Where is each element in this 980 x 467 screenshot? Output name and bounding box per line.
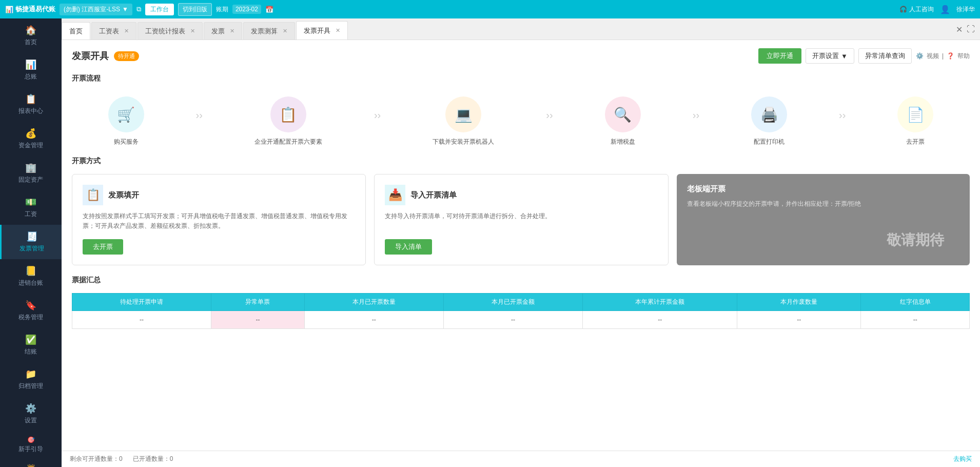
sidebar-item-invoice[interactable]: 🧾 发票管理 <box>0 225 62 259</box>
close-tab-button[interactable]: ✕ <box>956 24 963 34</box>
sidebar-item-guide[interactable]: 🎯 新手引导 <box>0 431 62 459</box>
flow-step-label-2: 企业开通配置开票六要素 <box>254 138 322 146</box>
tab-invoice-issue-close[interactable]: ✕ <box>336 27 340 34</box>
calendar-icon[interactable]: 📅 <box>265 6 273 13</box>
tab-invoice-calc[interactable]: 发票测算 ✕ <box>243 22 295 40</box>
member-icon: 👑 <box>27 464 35 467</box>
sidebar-item-salary[interactable]: 💵 工资 <box>0 190 62 225</box>
flow-step-6: 📄 去开票 <box>897 96 933 146</box>
sidebar-item-sales[interactable]: 📒 进销台账 <box>0 259 62 294</box>
switch-version-button[interactable]: 切到旧版 <box>178 3 212 16</box>
sidebar-label-funds: 资金管理 <box>18 141 43 150</box>
tab-salary[interactable]: 工资表 ✕ <box>91 22 136 40</box>
app-name: 畅捷通易代账 <box>15 5 55 14</box>
method-desc-import: 支持导入待开票清单，可对待开票清单进行拆分、合并处理。 <box>385 211 657 231</box>
consult-button[interactable]: 🎧 人工咨询 <box>899 5 934 14</box>
sidebar-label-settlement: 结账 <box>25 347 37 356</box>
app-logo: 📊 畅捷通易代账 <box>5 5 55 14</box>
tab-home[interactable]: 首页 <box>62 22 90 40</box>
immediate-open-button[interactable]: 立即开通 <box>758 48 801 64</box>
restore-tab-button[interactable]: ⛶ <box>967 24 975 34</box>
sidebar-item-funds[interactable]: 💰 资金管理 <box>0 122 62 156</box>
flow-step-3: 💻 下载并安装开票机器人 <box>433 96 494 146</box>
method-btn-manual[interactable]: 去开票 <box>83 239 123 255</box>
sidebar-label-tax: 税务管理 <box>18 313 43 322</box>
reports-icon: 📋 <box>25 93 36 105</box>
sidebar-item-settlement[interactable]: ✅ 结账 <box>0 328 62 362</box>
tab-salary-report-label: 工资统计报表 <box>145 27 185 36</box>
col-year-amount: 本年累计开票金额 <box>583 294 737 311</box>
method-card-boss: 老板端开票 查看老板端小程序提交的开票申请，并作出相应处理：开票/拒绝 敬请期待 <box>677 174 970 265</box>
sidebar-item-assets[interactable]: 🏢 固定资产 <box>0 156 62 190</box>
copy-icon[interactable]: ⧉ <box>136 5 141 13</box>
method-icon-manual: 📋 <box>83 185 103 205</box>
flow-step-2: 📋 企业开通配置开票六要素 <box>254 96 322 146</box>
sidebar-item-archive[interactable]: 📁 归档管理 <box>0 362 62 397</box>
content-area: 首页 工资表 ✕ 工资统计报表 ✕ 发票 ✕ 发票测算 ✕ <box>62 18 980 467</box>
settlement-icon: ✅ <box>25 334 36 345</box>
tab-invoice-issue-label: 发票开具 <box>304 26 330 35</box>
tab-invoice-close[interactable]: ✕ <box>230 28 234 34</box>
tab-invoice-label: 发票 <box>211 27 225 36</box>
cell-year-amount: -- <box>583 311 737 329</box>
flow-step-label-3: 下载并安装开票机器人 <box>433 138 494 146</box>
logo-icon: 📊 <box>5 6 13 13</box>
tab-invoice-calc-close[interactable]: ✕ <box>283 28 287 34</box>
sidebar-label-home: 首页 <box>25 38 37 47</box>
sidebar-item-reports[interactable]: 📋 报表中心 <box>0 87 62 122</box>
sidebar-item-home[interactable]: 🏠 首页 <box>0 18 62 53</box>
top-bar: 📊 畅捷通易代账 (勿删) 江西服室-LSS ▼ ⧉ 工作台 切到旧版 账期 2… <box>0 0 980 18</box>
flow-step-icon-4: 🔍 <box>605 96 641 132</box>
invoice-methods: 📋 发票填开 支持按照发票样式手工填写开发票；可开具增值税电子普通发票、增值税普… <box>72 174 970 265</box>
home-icon: 🏠 <box>25 25 36 36</box>
tab-invoice[interactable]: 发票 ✕ <box>204 22 242 40</box>
avatar: 👤 <box>940 5 950 14</box>
sidebar-label-settings: 设置 <box>25 416 37 425</box>
tab-salary-report-close[interactable]: ✕ <box>190 28 195 34</box>
sidebar-item-tax[interactable]: 🔖 税务管理 <box>0 294 62 328</box>
method-title-import: 导入开票清单 <box>410 190 457 200</box>
method-btn-import[interactable]: 导入清单 <box>385 239 432 255</box>
query-button[interactable]: 异常清单查询 <box>858 48 912 64</box>
sidebar-label-archive: 归档管理 <box>18 382 43 391</box>
sidebar-item-ledger[interactable]: 📊 总账 <box>0 53 62 87</box>
page-header: 发票开具 待开通 立即开通 开票设置 ▼ 异常清单查询 ⚙️ 视频 <box>72 48 970 64</box>
guide-label: 新手引导 <box>18 445 43 454</box>
tab-invoice-issue[interactable]: 发票开具 ✕ <box>296 21 348 40</box>
method-desc-manual: 支持按照发票样式手工填写开发票；可开具增值税电子普通发票、增值税普通发票、增值税… <box>83 211 355 231</box>
main-layout: 🏠 首页 📊 总账 📋 报表中心 💰 资金管理 🏢 固定资产 💵 工资 <box>0 18 980 467</box>
flow-arrow-1: ›› <box>196 109 203 121</box>
status-bar-left: 剩余可开通数量：0 已开通数量：0 <box>70 455 173 463</box>
headset-icon: 🎧 <box>899 6 907 13</box>
workspace-button[interactable]: 工作台 <box>145 4 174 15</box>
invoice-icon: 🧾 <box>26 231 37 242</box>
flow-step-icon-2: 📋 <box>270 96 306 132</box>
tab-bar-actions: ✕ ⛶ <box>956 24 975 34</box>
sidebar-label-invoice: 发票管理 <box>19 244 44 253</box>
summary-table-header: 待处理开票申请 异常单票 本月已开票数量 本月已开票金额 本年累计开票金额 本月… <box>72 294 970 311</box>
sidebar-label-reports: 报表中心 <box>18 107 43 115</box>
flow-step-icon-1: 🛒 <box>108 96 144 132</box>
sidebar-label-salary: 工资 <box>25 210 37 219</box>
flow-step-4: 🔍 新增税盘 <box>605 96 641 146</box>
summary-table-row: -- -- -- -- -- -- -- <box>72 311 970 329</box>
settings-button[interactable]: 开票设置 ▼ <box>806 48 854 64</box>
tab-salary-report[interactable]: 工资统计报表 ✕ <box>138 22 203 40</box>
tab-salary-close[interactable]: ✕ <box>124 28 129 34</box>
period-badge[interactable]: 2023-02 <box>232 5 261 14</box>
method-title-manual: 发票填开 <box>108 190 139 200</box>
salary-icon: 💵 <box>25 197 36 208</box>
cell-pending: -- <box>72 311 211 329</box>
user-name[interactable]: 徐泽华 <box>956 5 975 14</box>
tab-bar: 首页 工资表 ✕ 工资统计报表 ✕ 发票 ✕ 发票测算 ✕ <box>62 18 980 40</box>
sidebar-item-member[interactable]: 👑 畅会员 <box>0 459 62 467</box>
buy-link[interactable]: 去购买 <box>953 455 972 463</box>
flow-steps: 🛒 购买服务 ›› 📋 企业开通配置开票六要素 ›› 💻 下载并安装开票机器人 … <box>72 91 970 157</box>
question-icon: ❓ <box>947 52 954 60</box>
flow-arrow-3: ›› <box>546 109 553 121</box>
flow-section-title: 开票流程 <box>72 74 970 83</box>
period-label: 账期 <box>216 5 228 14</box>
company-selector[interactable]: (勿删) 江西服室-LSS ▼ <box>60 4 132 15</box>
sidebar-item-settings[interactable]: ⚙️ 设置 <box>0 397 62 431</box>
cell-red-info: -- <box>861 311 970 329</box>
